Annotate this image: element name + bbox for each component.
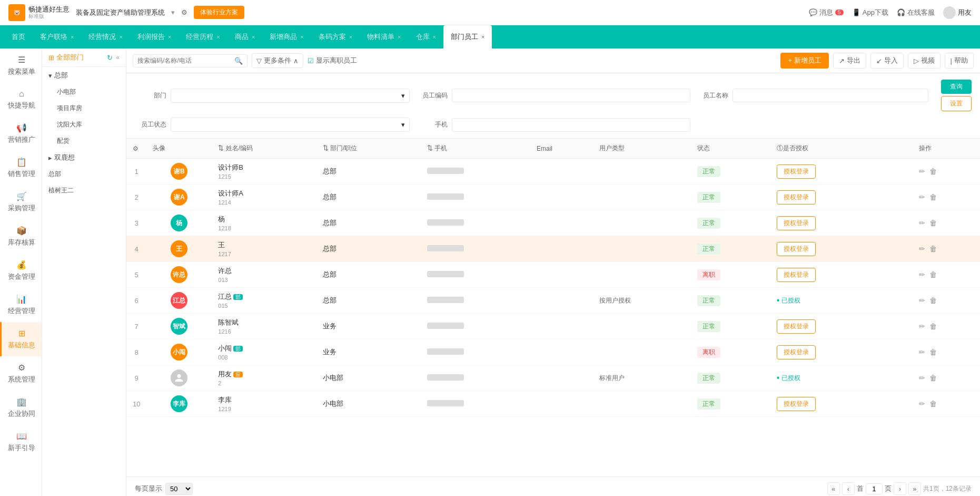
- close-icon[interactable]: ×: [349, 34, 352, 40]
- phone-input[interactable]: [452, 118, 691, 132]
- delete-icon[interactable]: 🗑: [929, 219, 937, 227]
- dept-tree-general[interactable]: ▾ 总部: [42, 67, 126, 84]
- delete-icon[interactable]: 🗑: [929, 374, 937, 382]
- tab-history[interactable]: 经营历程 ×: [179, 25, 227, 48]
- leftnav-search[interactable]: ☰ 搜索菜单: [0, 48, 42, 83]
- dept-item-xiaodian[interactable]: 小电部: [51, 84, 126, 100]
- tab-warehouse[interactable]: 仓库 ×: [409, 25, 443, 48]
- delete-icon[interactable]: 🗑: [929, 322, 937, 330]
- close-icon[interactable]: ×: [433, 34, 436, 40]
- edit-icon[interactable]: ✏: [919, 167, 925, 176]
- close-icon[interactable]: ×: [216, 34, 220, 40]
- last-page-button[interactable]: »: [908, 482, 921, 495]
- leftnav-marketing[interactable]: 📢 营销推广: [0, 116, 42, 151]
- user-area[interactable]: 用友: [943, 6, 972, 19]
- leftnav-basic-info[interactable]: ⊞ 基础信息: [0, 322, 42, 356]
- tab-barcode[interactable]: 条码方案 ×: [311, 25, 360, 48]
- settings-gear-icon[interactable]: ⚙: [181, 8, 187, 16]
- authorize-login-button[interactable]: 授权登录: [777, 216, 816, 230]
- search-box[interactable]: 🔍: [133, 54, 248, 67]
- delete-icon[interactable]: 🗑: [929, 245, 937, 253]
- leftnav-enterprise[interactable]: 🏢 企业协同: [0, 391, 42, 425]
- tab-material[interactable]: 物料清单 ×: [360, 25, 408, 48]
- close-icon[interactable]: ×: [252, 34, 255, 40]
- edit-icon[interactable]: ✏: [919, 322, 925, 330]
- col-name-code[interactable]: ⇅ 姓名/编码: [212, 139, 316, 159]
- delete-icon[interactable]: 🗑: [929, 167, 937, 176]
- show-former-checkbox[interactable]: ☑ 显示离职员工: [308, 56, 357, 65]
- dept-item-distribution[interactable]: 配货: [51, 133, 126, 149]
- all-departments-label[interactable]: ⊞ 全部部门: [48, 53, 84, 62]
- close-icon[interactable]: ×: [168, 34, 171, 40]
- authorize-login-button[interactable]: 授权登录: [777, 190, 816, 205]
- dept-item-zhishu[interactable]: 植树王二: [42, 182, 126, 199]
- system-title-dropdown[interactable]: ▾: [171, 8, 175, 16]
- leftnav-finance[interactable]: 💰 资金管理: [0, 254, 42, 288]
- collapse-panel-icon[interactable]: «: [116, 54, 120, 62]
- dept-item-zongbu[interactable]: 总部: [42, 166, 126, 182]
- tab-department-staff[interactable]: 部门员工 ×: [443, 25, 492, 48]
- query-button[interactable]: 查询: [941, 80, 972, 94]
- tab-profit[interactable]: 利润报告 ×: [130, 25, 179, 48]
- emp-status-select[interactable]: ▾: [171, 118, 410, 132]
- experience-button[interactable]: 体验行业方案: [194, 6, 244, 19]
- search-input[interactable]: [137, 57, 232, 64]
- dept-select[interactable]: ▾: [171, 89, 410, 103]
- delete-icon[interactable]: 🗑: [929, 193, 937, 201]
- leftnav-sales[interactable]: 📋 销售管理: [0, 151, 42, 185]
- edit-icon[interactable]: ✏: [919, 193, 925, 201]
- authorize-login-button[interactable]: 授权登录: [777, 242, 816, 256]
- export-button[interactable]: ↗ 导出: [833, 53, 866, 69]
- refresh-dept-icon[interactable]: ↻: [107, 54, 113, 62]
- delete-icon[interactable]: 🗑: [929, 400, 937, 408]
- next-page-button[interactable]: ›: [894, 482, 906, 495]
- close-icon[interactable]: ×: [398, 34, 401, 40]
- more-filter-button[interactable]: ▽ 更多条件 ∧: [252, 53, 303, 68]
- close-icon-active[interactable]: ×: [481, 34, 484, 40]
- help-button[interactable]: | 帮助: [945, 53, 974, 69]
- authorize-login-button[interactable]: 授权登录: [777, 164, 816, 179]
- leftnav-operations[interactable]: 📊 经营管理: [0, 288, 42, 322]
- set-button[interactable]: 设置: [941, 96, 972, 111]
- edit-icon[interactable]: ✏: [919, 245, 925, 253]
- close-icon[interactable]: ×: [300, 34, 303, 40]
- online-service-button[interactable]: 🎧 在线客服: [897, 8, 935, 17]
- tab-customer[interactable]: 客户联络 ×: [33, 25, 81, 48]
- leftnav-purchase[interactable]: 🛒 采购管理: [0, 185, 42, 219]
- per-page-select[interactable]: 50 100: [165, 483, 193, 495]
- delete-icon[interactable]: 🗑: [929, 270, 937, 279]
- close-icon[interactable]: ×: [71, 34, 74, 40]
- col-dept-position[interactable]: ⇅ 部门/职位: [316, 139, 421, 159]
- authorize-login-button[interactable]: 授权登录: [777, 345, 816, 359]
- prev-page-button[interactable]: ‹: [842, 482, 855, 495]
- col-phone[interactable]: ⇅ 手机: [421, 139, 530, 159]
- emp-code-input[interactable]: [452, 89, 691, 102]
- delete-icon[interactable]: 🗑: [929, 348, 937, 356]
- edit-icon[interactable]: ✏: [919, 400, 925, 408]
- dept-item-shuangluxiang[interactable]: ▸ 双鹿想: [42, 149, 126, 166]
- leftnav-guide[interactable]: 📖 新手引导: [0, 425, 42, 459]
- close-icon[interactable]: ×: [119, 34, 122, 40]
- dept-item-shenyang[interactable]: 沈阳大库: [51, 116, 126, 133]
- authorize-login-button[interactable]: 授权登录: [777, 319, 816, 334]
- leftnav-system[interactable]: ⚙ 系统管理: [0, 356, 42, 391]
- search-icon[interactable]: 🔍: [234, 57, 243, 65]
- tab-home[interactable]: 首页: [4, 25, 33, 48]
- first-page-button[interactable]: «: [827, 482, 840, 495]
- tab-add-goods[interactable]: 新增商品 ×: [262, 25, 311, 48]
- add-employee-button[interactable]: + 新增员工: [780, 53, 828, 69]
- tab-goods[interactable]: 商品 ×: [227, 25, 262, 48]
- edit-icon[interactable]: ✏: [919, 270, 925, 279]
- edit-icon[interactable]: ✏: [919, 374, 925, 382]
- edit-icon[interactable]: ✏: [919, 348, 925, 356]
- import-button[interactable]: ↙ 导入: [870, 53, 904, 69]
- video-button[interactable]: ▷ 视频: [908, 53, 941, 69]
- delete-icon[interactable]: 🗑: [929, 296, 937, 305]
- authorize-login-button[interactable]: 授权登录: [777, 268, 816, 282]
- leftnav-quicknav[interactable]: ⌂ 快捷导航: [0, 83, 42, 116]
- message-button[interactable]: 💬 消息 5: [809, 8, 844, 17]
- leftnav-inventory[interactable]: 📦 库存核算: [0, 219, 42, 254]
- app-download-button[interactable]: 📱 App下载: [852, 8, 888, 17]
- tab-operations[interactable]: 经营情况 ×: [81, 25, 130, 48]
- page-number-input[interactable]: [866, 483, 883, 494]
